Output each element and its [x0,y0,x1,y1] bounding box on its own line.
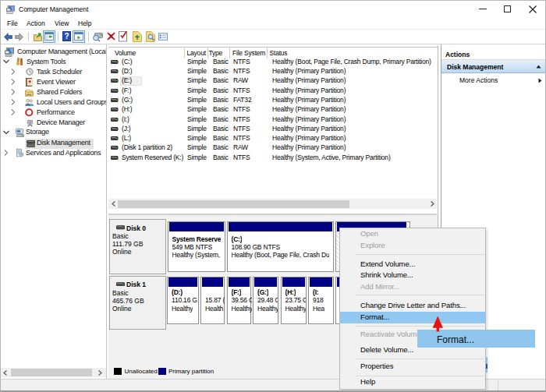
svg-text:?: ? [64,32,69,41]
